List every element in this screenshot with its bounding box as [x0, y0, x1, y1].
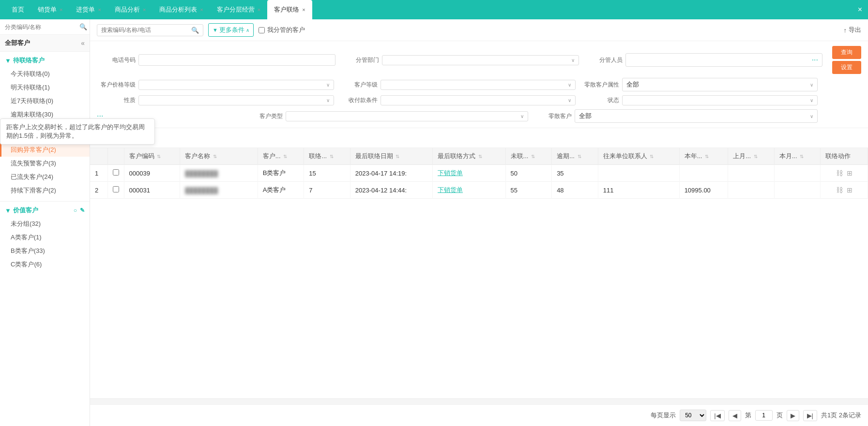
sort-customer-name-icon[interactable]: ⇅: [213, 154, 217, 159]
price-level-select[interactable]: ∨: [138, 80, 334, 90]
row-checkbox[interactable]: [113, 169, 119, 176]
tab-purchase-order[interactable]: 进货单 ×: [69, 0, 107, 19]
col-customer-type[interactable]: 客户... ⇅: [258, 148, 304, 165]
status-select[interactable]: ∨: [622, 95, 818, 105]
pending-contact-title[interactable]: ▼ 待联络客户: [0, 54, 90, 67]
action-grid-icon[interactable]: ⊞: [847, 169, 853, 177]
action-grid-icon[interactable]: ⊞: [847, 186, 853, 194]
action-link-icon[interactable]: ⛓: [836, 186, 843, 194]
col-last-month[interactable]: 上月... ⇅: [728, 148, 775, 165]
cell-check[interactable]: [107, 182, 124, 199]
tab-customer-segmentation[interactable]: 客户分层经营 ×: [210, 0, 267, 19]
sidebar-item-tomorrow-pending[interactable]: 明天待联络(1): [0, 81, 90, 94]
nature-select[interactable]: ∨: [138, 95, 334, 105]
per-page-select[interactable]: 50 100 200: [680, 410, 706, 421]
row-checkbox[interactable]: [113, 186, 119, 192]
tab-customer-contact[interactable]: 客户联络 ×: [267, 0, 312, 19]
phone-input[interactable]: [138, 54, 335, 66]
sidebar-item-b-class[interactable]: B类客户(33): [0, 244, 90, 258]
payment-select[interactable]: ∨: [381, 95, 576, 105]
last-page-button[interactable]: ▶|: [803, 410, 817, 421]
sort-contact-person-icon[interactable]: ⇅: [650, 154, 654, 159]
cell-last-contact-method[interactable]: 下销货单: [433, 165, 506, 182]
settings-button[interactable]: 设置: [832, 61, 861, 74]
search-icon[interactable]: 🔍: [191, 27, 199, 34]
sidebar-search-icon[interactable]: 🔍: [79, 23, 87, 30]
value-customer-group-title[interactable]: ▼ 价值客户 ○ ✎: [0, 204, 90, 217]
filter-retail-attr: 零散客户属性 全部 ∨: [580, 78, 818, 91]
group-add-icon[interactable]: ○: [74, 207, 77, 214]
customer-type-select[interactable]: ∨: [286, 111, 529, 121]
tab-sales-order[interactable]: 销货单 ×: [31, 0, 69, 19]
col-overdue[interactable]: 逾期... ⇅: [552, 148, 598, 165]
page-number-input[interactable]: [755, 410, 773, 421]
col-customer-name[interactable]: 客户名称 ⇅: [180, 148, 258, 165]
group-edit-icon[interactable]: ✎: [80, 207, 85, 214]
search-input[interactable]: [101, 27, 191, 33]
cell-last-contact-method[interactable]: 下销货单: [433, 182, 506, 199]
col-contact[interactable]: 联络... ⇅: [304, 148, 350, 165]
cell-check[interactable]: [107, 165, 124, 182]
window-close-button[interactable]: ×: [858, 5, 862, 14]
query-button[interactable]: 查询: [832, 46, 861, 59]
more-conditions-button[interactable]: ▼ 更多条件 ∧: [208, 23, 254, 37]
sidebar-item-churned[interactable]: 已流失客户(24): [0, 170, 90, 184]
manager-select[interactable]: ···: [625, 53, 822, 67]
sort-overdue-icon[interactable]: ⇅: [578, 154, 581, 159]
sidebar-item-churn-warning[interactable]: 流失预警客户(3): [0, 157, 90, 170]
col-this-month[interactable]: 本月... ⇅: [774, 148, 821, 165]
customer-level-select[interactable]: ∨: [381, 80, 576, 90]
sort-last-contact-date-icon[interactable]: ⇅: [396, 154, 399, 159]
sidebar-search-input[interactable]: [5, 24, 77, 30]
table-row: 2 000031 ████████ A类客户 7 2023-04-12 14:4…: [90, 182, 868, 199]
tab-product-analysis[interactable]: 商品分析 ×: [108, 0, 152, 19]
sort-customer-type-icon[interactable]: ⇅: [283, 154, 287, 159]
sidebar-item-a-class[interactable]: A类客户(1): [0, 231, 90, 244]
export-button[interactable]: ↑ 导出: [844, 26, 862, 34]
retail-customer-select[interactable]: 全部 ∨: [575, 109, 818, 123]
tab-home[interactable]: 首页: [5, 0, 31, 19]
sidebar-item-c-class[interactable]: C类客户(6): [0, 258, 90, 271]
cell-this-year: 10995.00: [679, 182, 728, 199]
horizontal-scrollbar[interactable]: [90, 398, 868, 404]
close-tab-customer-contact[interactable]: ×: [302, 7, 305, 13]
price-level-caret-icon: ∨: [326, 82, 330, 88]
sort-unprocessed-icon[interactable]: ⇅: [531, 154, 535, 159]
close-tab-sales-order[interactable]: ×: [60, 7, 62, 13]
department-select[interactable]: ∨: [382, 55, 579, 65]
sidebar-item-today-pending[interactable]: 今天待联络(0): [0, 67, 90, 81]
my-customer-checkbox-input[interactable]: [259, 27, 265, 33]
sidebar-item-unclassified[interactable]: 未分组(32): [0, 217, 90, 231]
col-contact-person[interactable]: 往来单位联系人 ⇅: [598, 148, 679, 165]
col-this-year[interactable]: 本年... ⇅: [679, 148, 728, 165]
cell-this-month: [774, 165, 821, 182]
sort-this-year-icon[interactable]: ⇅: [705, 154, 709, 159]
manager-ellipsis[interactable]: ···: [812, 56, 818, 64]
close-tab-product-analysis[interactable]: ×: [143, 7, 146, 13]
sort-last-month-icon[interactable]: ⇅: [754, 154, 758, 159]
retail-attr-select[interactable]: 全部 ∨: [622, 78, 818, 91]
col-customer-code[interactable]: 客户编码 ⇅: [124, 148, 180, 165]
sidebar-item-7days-pending[interactable]: 近7天待联络(0): [0, 94, 90, 108]
close-tab-customer-segmentation[interactable]: ×: [258, 7, 260, 13]
action-link-icon[interactable]: ⛓: [836, 169, 843, 177]
col-last-contact-method[interactable]: 最后联络方式 ⇅: [433, 148, 506, 165]
next-page-button[interactable]: ▶: [787, 410, 799, 421]
sidebar-collapse-button[interactable]: «: [81, 39, 85, 47]
sidebar-item-repurchase-anomaly-active[interactable]: 回购异常客户(2): [0, 143, 90, 157]
col-last-contact-date[interactable]: 最后联络日期 ⇅: [350, 148, 432, 165]
close-tab-purchase-order[interactable]: ×: [98, 7, 101, 13]
sort-this-month-icon[interactable]: ⇅: [800, 154, 804, 159]
tab-product-analysis-list[interactable]: 商品分析列表 ×: [152, 0, 210, 19]
cell-no: 2: [90, 182, 107, 199]
sidebar-item-declining[interactable]: 持续下滑客户(2): [0, 184, 90, 197]
my-customer-checkbox[interactable]: 我分管的客户: [259, 26, 305, 34]
col-unprocessed[interactable]: 未联... ⇅: [505, 148, 552, 165]
prev-page-button[interactable]: ◀: [729, 410, 741, 421]
status-label: 状态: [580, 96, 619, 104]
first-page-button[interactable]: |◀: [710, 410, 724, 421]
close-tab-product-analysis-list[interactable]: ×: [200, 7, 203, 13]
sort-customer-code-icon[interactable]: ⇅: [157, 154, 161, 159]
sort-contact-icon[interactable]: ⇅: [330, 154, 334, 159]
sort-last-contact-method-icon[interactable]: ⇅: [478, 154, 482, 159]
